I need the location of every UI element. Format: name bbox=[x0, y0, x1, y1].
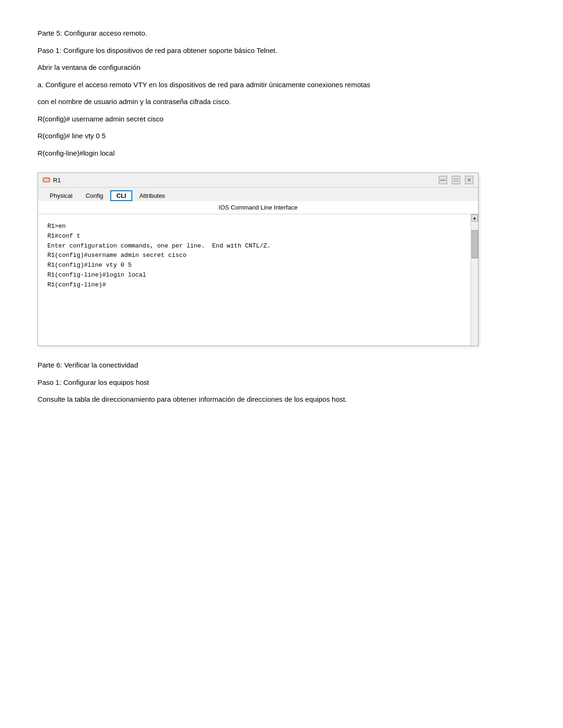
terminal-line-4: R1(config)#line vty 0 5 bbox=[47, 261, 461, 270]
paragraph-p4-text: a. Configure el acceso remoto VTY en los… bbox=[38, 81, 370, 89]
paragraph-pa3: Consulte la tabla de direccionamiento pa… bbox=[38, 394, 525, 405]
paragraph-pa1-text: Parte 6: Verificar la conectividad bbox=[38, 361, 138, 369]
paragraph-p1-text: Parte 5: Configurar acceso remoto. bbox=[38, 29, 147, 37]
paragraph-p8: R(config-line)#login local bbox=[38, 148, 525, 159]
tab-config[interactable]: Config bbox=[79, 190, 109, 201]
window-titlebar: R1 — □ × bbox=[38, 173, 478, 188]
router-window: R1 — □ × Physical Config bbox=[38, 173, 479, 346]
paragraph-pa3-text: Consulte la tabla de direccionamiento pa… bbox=[38, 395, 347, 403]
svg-point-2 bbox=[46, 180, 47, 180]
paragraph-p6-text: R(config)# username admin secret cisco bbox=[38, 115, 163, 123]
window-controls[interactable]: — □ × bbox=[439, 176, 473, 184]
terminal-content[interactable]: R1>en R1#conf t Enter configuration comm… bbox=[38, 214, 471, 345]
maximize-button[interactable]: □ bbox=[452, 176, 460, 184]
paragraph-p7-text: R(config)# line vty 0 5 bbox=[38, 132, 106, 140]
paragraph-pa2-text: Paso 1: Configurar los equipos host bbox=[38, 378, 149, 386]
document-body: Parte 5: Configurar acceso remoto. Paso … bbox=[38, 28, 525, 405]
paragraph-p7: R(config)# line vty 0 5 bbox=[38, 131, 525, 142]
scrollbar-thumb[interactable] bbox=[472, 230, 478, 258]
paragraph-p5: con el nombre de usuario admin y la cont… bbox=[38, 97, 525, 107]
paragraph-p5-text: con el nombre de usuario admin y la cont… bbox=[38, 98, 231, 105]
scrollbar-arrow-up[interactable]: ▲ bbox=[472, 214, 478, 222]
tab-cli[interactable]: CLI bbox=[110, 190, 132, 201]
terminal-line-5: R1(config-line)#login local bbox=[47, 270, 461, 280]
svg-point-3 bbox=[48, 180, 49, 180]
router-icon bbox=[43, 176, 50, 184]
minimize-button[interactable]: — bbox=[439, 176, 447, 184]
window-title-left: R1 bbox=[43, 176, 61, 184]
terminal-area-wrapper[interactable]: R1>en R1#conf t Enter configuration comm… bbox=[38, 214, 478, 345]
close-button[interactable]: × bbox=[465, 176, 473, 184]
scrollbar[interactable]: ▲ bbox=[471, 214, 478, 345]
paragraph-p8-text: R(config-line)#login local bbox=[38, 149, 114, 157]
tab-attributes[interactable]: Attributes bbox=[133, 190, 171, 201]
terminal-line-1: R1#conf t bbox=[47, 232, 461, 241]
paragraph-p2: Paso 1: Configure los dispositivos de re… bbox=[38, 45, 525, 56]
svg-point-1 bbox=[44, 180, 45, 180]
terminal-line-6: R1(config-line)# bbox=[47, 280, 461, 290]
window-title-text: R1 bbox=[53, 177, 61, 184]
paragraph-p1: Parte 5: Configurar acceso remoto. bbox=[38, 28, 525, 39]
terminal-line-3: R1(config)#username admin secret cisco bbox=[47, 251, 461, 261]
window-tabs: Physical Config CLI Attributes bbox=[38, 188, 478, 201]
terminal-line-2: Enter configuration commands, one per li… bbox=[47, 241, 461, 251]
terminal-line-0: R1>en bbox=[47, 222, 461, 232]
paragraph-p3-text: Abrir la ventana de configuración bbox=[38, 63, 140, 71]
paragraph-p2-text: Paso 1: Configure los dispositivos de re… bbox=[38, 46, 277, 54]
paragraph-p4: a. Configure el acceso remoto VTY en los… bbox=[38, 80, 525, 90]
tab-physical[interactable]: Physical bbox=[44, 190, 78, 201]
paragraph-pa1: Parte 6: Verificar la conectividad bbox=[38, 360, 525, 371]
paragraph-pa2: Paso 1: Configurar los equipos host bbox=[38, 377, 525, 388]
window-subtitle: IOS Command Line Interface bbox=[38, 201, 478, 214]
paragraph-p3: Abrir la ventana de configuración bbox=[38, 62, 525, 73]
paragraph-p6: R(config)# username admin secret cisco bbox=[38, 114, 525, 125]
